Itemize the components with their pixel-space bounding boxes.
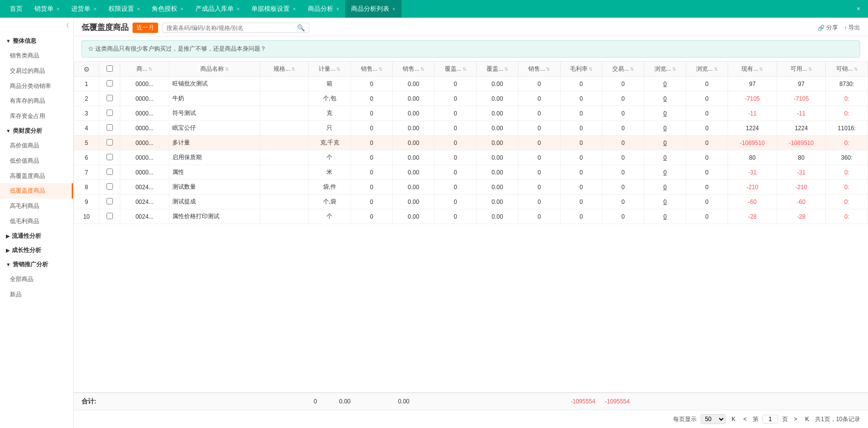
sidebar-item-high-margin[interactable]: 高毛利商品 <box>0 199 73 214</box>
nav-close-icon[interactable]: × <box>56 6 59 12</box>
row-checkbox[interactable] <box>107 154 113 160</box>
nav-goods-analysis-list[interactable]: 商品分析列表 × <box>345 0 401 18</box>
row-browse1[interactable]: 0 <box>644 121 686 136</box>
period-button[interactable]: 近一月 <box>133 23 158 33</box>
sort-icon[interactable]: ⇅ <box>225 66 229 72</box>
row-browse1[interactable]: 0 <box>644 209 686 224</box>
sort-icon[interactable]: ⇅ <box>672 66 676 72</box>
nav-template[interactable]: 单据模板设置 × <box>245 0 301 18</box>
sort-icon[interactable]: ⇅ <box>589 66 593 72</box>
sort-icon[interactable]: ⇅ <box>759 66 763 72</box>
nav-close-icon[interactable]: × <box>237 6 240 12</box>
th-check[interactable] <box>99 62 120 77</box>
row-name[interactable]: 符号测试 <box>169 106 260 121</box>
sort-icon[interactable]: ⇅ <box>714 66 718 72</box>
sidebar-section-financial[interactable]: ▼ 类财度分析 <box>0 124 73 138</box>
row-have: -60 <box>728 195 777 209</box>
sidebar-section-marketing[interactable]: ▼ 营销推广分析 <box>0 257 73 272</box>
row-checkbox[interactable] <box>107 124 113 131</box>
row-name[interactable]: 测试数量 <box>169 180 260 195</box>
sort-icon[interactable]: ⇅ <box>379 66 382 72</box>
sidebar-item-low-coverage[interactable]: 低覆盖度商品 <box>0 183 73 199</box>
sort-icon[interactable]: ⇅ <box>630 66 634 72</box>
sidebar-item-new-goods[interactable]: 新品 <box>0 287 73 302</box>
nav-sales-order[interactable]: 销货单 × <box>28 0 65 18</box>
share-button[interactable]: 🔗 分享 <box>817 24 838 32</box>
sidebar-item-high-coverage[interactable]: 高覆盖度商品 <box>0 169 73 184</box>
sort-icon[interactable]: ⇅ <box>808 66 812 72</box>
row-checkbox[interactable] <box>107 80 113 86</box>
sort-icon[interactable]: ⇅ <box>336 66 340 72</box>
nav-purchase[interactable]: 进货单 × <box>65 0 102 18</box>
sidebar-item-all-goods[interactable]: 全部商品 <box>0 272 73 287</box>
sidebar-section-overall[interactable]: ▼ 整体信息 <box>0 34 73 48</box>
sidebar-item-sales-goods[interactable]: 销售类商品 <box>0 48 73 63</box>
row-name[interactable]: 旺铺批次测试 <box>169 77 260 91</box>
row-checkbox[interactable] <box>107 110 113 116</box>
th-settings[interactable]: ⚙ <box>74 62 99 77</box>
sort-icon[interactable]: ⇅ <box>291 66 295 72</box>
sidebar-item-in-stock[interactable]: 有库存的商品 <box>0 93 73 109</box>
nav-permissions[interactable]: 权限设置 × <box>103 0 146 18</box>
sidebar-item-low-value[interactable]: 低价值商品 <box>0 153 73 169</box>
row-checkbox[interactable] <box>107 183 113 190</box>
select-all-checkbox[interactable] <box>107 65 113 72</box>
sort-icon[interactable]: ⇅ <box>854 66 858 72</box>
sort-icon[interactable]: ⇅ <box>504 66 508 72</box>
sidebar-item-stock-capital[interactable]: 库存资金占用 <box>0 109 73 124</box>
row-name[interactable]: 测试提成 <box>169 195 260 209</box>
row-name[interactable]: 多计量 <box>169 136 260 150</box>
prev-prev-button[interactable]: K <box>730 415 737 423</box>
nav-production[interactable]: 产成品入库单 × <box>190 0 245 18</box>
sort-icon[interactable]: ⇅ <box>148 66 152 72</box>
sidebar-item-category-rate[interactable]: 商品分类动销率 <box>0 79 73 94</box>
per-page-select[interactable]: 50 20 100 200 <box>701 414 726 424</box>
row-checkbox[interactable] <box>107 139 113 145</box>
row-browse1[interactable]: 0 <box>644 77 686 91</box>
nav-goods-analysis[interactable]: 商品分析 × <box>302 0 345 18</box>
row-browse1[interactable]: 0 <box>644 136 686 150</box>
row-browse1[interactable]: 0 <box>644 165 686 180</box>
nav-close-icon[interactable]: × <box>392 6 395 12</box>
export-button[interactable]: ↑ 导出 <box>844 24 860 32</box>
row-name[interactable]: 眠宝公仔 <box>169 121 260 136</box>
next-next-button[interactable]: K <box>803 415 811 423</box>
row-checkbox[interactable] <box>107 169 113 175</box>
prev-button[interactable]: < <box>741 415 749 423</box>
total-info: 共1页，10条记录 <box>815 415 860 424</box>
nav-close-all[interactable]: × <box>853 5 864 12</box>
row-checkbox[interactable] <box>107 95 113 101</box>
sort-icon[interactable]: ⇅ <box>462 66 466 72</box>
sidebar-item-low-margin[interactable]: 低毛利商品 <box>0 214 73 229</box>
nav-close-icon[interactable]: × <box>93 6 96 12</box>
nav-close-icon[interactable]: × <box>293 6 296 12</box>
row-browse1[interactable]: 0 <box>644 106 686 121</box>
sort-icon[interactable]: ⇅ <box>420 66 424 72</box>
row-name[interactable]: 启用保质期 <box>169 150 260 165</box>
row-browse1[interactable]: 0 <box>644 91 686 106</box>
row-browse1[interactable]: 0 <box>644 150 686 165</box>
sidebar-item-high-value[interactable]: 高价值商品 <box>0 138 73 153</box>
sidebar-section-growth[interactable]: ▶ 成长性分析 <box>0 243 73 257</box>
row-name[interactable]: 属性价格打印测试 <box>169 209 260 224</box>
row-browse1[interactable]: 0 <box>644 180 686 195</box>
nav-close-icon[interactable]: × <box>336 6 339 12</box>
row-name[interactable]: 属性 <box>169 165 260 180</box>
row-checkbox[interactable] <box>107 198 113 204</box>
row-name[interactable]: 牛奶 <box>169 91 260 106</box>
settings-icon[interactable]: ⚙ <box>83 65 90 73</box>
row-checkbox[interactable] <box>107 213 113 219</box>
per-page-label: 每页显示 <box>673 415 697 424</box>
nav-home[interactable]: 首页 <box>4 0 28 18</box>
nav-close-icon[interactable]: × <box>137 6 140 12</box>
nav-close-icon[interactable]: × <box>180 6 183 12</box>
nav-roles[interactable]: 角色授权 × <box>146 0 189 18</box>
search-input[interactable] <box>166 25 297 31</box>
sidebar-toggle[interactable]: 《 <box>0 18 73 34</box>
sort-icon[interactable]: ⇅ <box>546 66 550 72</box>
sidebar-section-circulation[interactable]: ▶ 流通性分析 <box>0 229 73 243</box>
page-number-input[interactable] <box>762 415 778 424</box>
next-button[interactable]: > <box>792 415 799 423</box>
row-browse1[interactable]: 0 <box>644 195 686 209</box>
sidebar-item-traded-goods[interactable]: 交易过的商品 <box>0 63 73 79</box>
